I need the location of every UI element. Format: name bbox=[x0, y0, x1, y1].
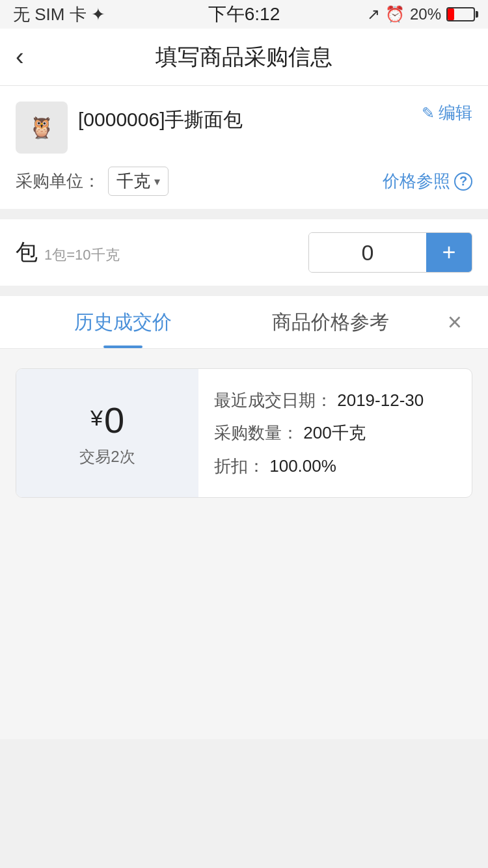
status-time: 下午6:12 bbox=[208, 2, 280, 27]
product-header: 🦉 [0000006]手撕面包 ✎ 编辑 bbox=[16, 102, 472, 154]
qty-input[interactable] bbox=[309, 233, 426, 272]
purchase-qty-value: 200千克 bbox=[303, 423, 365, 442]
battery-icon bbox=[446, 7, 475, 21]
tab-close-button[interactable]: × bbox=[435, 302, 468, 343]
discount-row: 折扣： 100.00% bbox=[214, 454, 456, 478]
price-amount: 0 bbox=[104, 399, 124, 441]
status-left: 无 SIM 卡 ✦ bbox=[13, 3, 105, 26]
qty-unit-label: 包 bbox=[16, 237, 38, 267]
unit-text-label: 采购单位： bbox=[16, 170, 100, 193]
last-trade-date-label: 最近成交日期： bbox=[214, 390, 332, 410]
currency-symbol: ¥ bbox=[90, 405, 103, 431]
purchase-qty-row: 采购数量： 200千克 bbox=[214, 421, 456, 444]
product-card: 🦉 [0000006]手撕面包 ✎ 编辑 采购单位： 千克 ▾ 价格参照 ? bbox=[0, 86, 488, 209]
tab-underline bbox=[103, 346, 142, 348]
product-footer: 采购单位： 千克 ▾ 价格参照 ? bbox=[16, 167, 472, 196]
history-card-right: 最近成交日期： 2019-12-30 采购数量： 200千克 折扣： 100.0… bbox=[198, 369, 472, 497]
discount-label: 折扣： bbox=[214, 456, 265, 476]
page-title: 填写商品采购信息 bbox=[156, 42, 332, 72]
sim-status: 无 SIM 卡 ✦ bbox=[13, 3, 105, 26]
history-content: ¥ 0 交易2次 最近成交日期： 2019-12-30 采购数量： 200千克 … bbox=[0, 349, 488, 739]
history-price-display: ¥ 0 bbox=[90, 399, 124, 441]
product-name: [0000006]手撕面包 bbox=[78, 107, 243, 133]
discount-value: 100.00% bbox=[269, 456, 336, 476]
location-icon: ↗ bbox=[367, 5, 380, 23]
status-bar: 无 SIM 卡 ✦ 下午6:12 ↗ ⏰ 20% bbox=[0, 0, 488, 29]
purchase-qty-label: 采购数量： bbox=[214, 423, 299, 442]
history-card-left: ¥ 0 交易2次 bbox=[16, 369, 198, 497]
qty-label: 包 1包=10千克 bbox=[16, 237, 120, 267]
last-trade-date-value: 2019-12-30 bbox=[337, 390, 424, 410]
qty-control: + bbox=[308, 232, 472, 273]
tab-bar: 历史成交价 商品价格参考 × bbox=[0, 296, 488, 349]
tab-history-price[interactable]: 历史成交价 bbox=[20, 296, 227, 348]
unit-row: 采购单位： 千克 ▾ bbox=[16, 167, 169, 196]
edit-button[interactable]: ✎ 编辑 bbox=[422, 102, 472, 124]
status-right: ↗ ⏰ 20% bbox=[367, 5, 475, 23]
tab-product-price-ref[interactable]: 商品价格参考 bbox=[227, 296, 435, 348]
quantity-row: 包 1包=10千克 + bbox=[0, 219, 488, 286]
unit-value: 千克 bbox=[116, 170, 150, 193]
back-button[interactable]: ‹ bbox=[16, 43, 24, 71]
caret-icon: ▾ bbox=[154, 174, 160, 189]
product-left: 🦉 [0000006]手撕面包 bbox=[16, 102, 243, 154]
edit-icon: ✎ bbox=[422, 104, 435, 122]
last-trade-date-row: 最近成交日期： 2019-12-30 bbox=[214, 388, 456, 412]
product-thumbnail: 🦉 bbox=[16, 102, 68, 154]
nav-bar: ‹ 填写商品采购信息 bbox=[0, 29, 488, 86]
history-card: ¥ 0 交易2次 最近成交日期： 2019-12-30 采购数量： 200千克 … bbox=[16, 368, 472, 498]
tab-price-ref-label: 商品价格参考 bbox=[272, 309, 389, 336]
price-reference-button[interactable]: 价格参照 ? bbox=[383, 170, 472, 193]
qty-plus-button[interactable]: + bbox=[426, 233, 472, 272]
section-divider bbox=[0, 286, 488, 296]
owl-icon: 🦉 bbox=[29, 115, 55, 140]
trade-count: 交易2次 bbox=[79, 446, 135, 467]
help-icon: ? bbox=[454, 172, 472, 191]
tab-history-label: 历史成交价 bbox=[74, 309, 172, 336]
edit-label: 编辑 bbox=[439, 102, 472, 124]
price-ref-label: 价格参照 bbox=[383, 170, 450, 193]
unit-select-dropdown[interactable]: 千克 ▾ bbox=[108, 167, 169, 196]
qty-sub-label: 1包=10千克 bbox=[44, 245, 120, 265]
battery-percent: 20% bbox=[410, 5, 441, 23]
alarm-icon: ⏰ bbox=[385, 5, 405, 23]
